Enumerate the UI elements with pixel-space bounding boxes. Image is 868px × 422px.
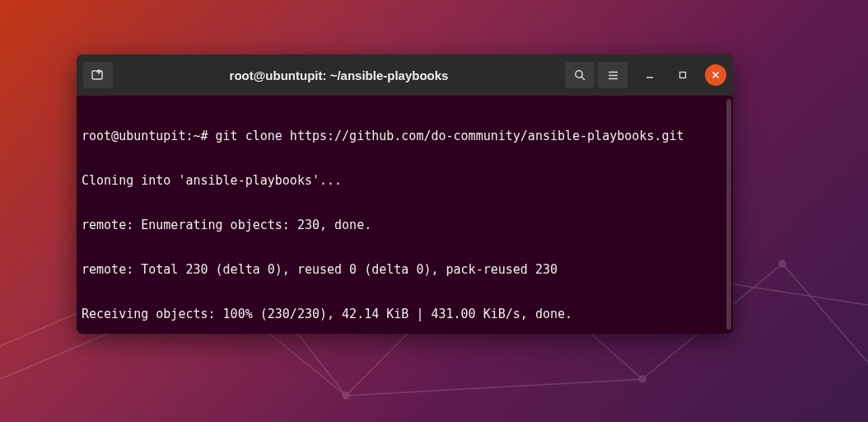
svg-point-14	[639, 376, 646, 382]
scrollbar[interactable]	[726, 99, 731, 330]
hamburger-icon	[607, 69, 619, 82]
svg-point-15	[779, 260, 786, 267]
svg-line-9	[346, 379, 642, 396]
terminal-line: Cloning into 'ansible-playbooks'...	[82, 173, 728, 188]
terminal-line: Receiving objects: 100% (230/230), 42.14…	[82, 307, 728, 321]
search-icon	[574, 69, 586, 82]
svg-line-20	[581, 77, 585, 80]
terminal-line: remote: Total 230 (delta 0), reused 0 (d…	[82, 262, 728, 277]
menu-button[interactable]	[598, 62, 628, 88]
new-tab-icon	[91, 68, 105, 82]
close-icon	[712, 71, 720, 79]
close-button[interactable]	[705, 64, 726, 86]
maximize-icon	[679, 71, 687, 79]
terminal-window: root@ubuntupit: ~/ansible-playbooks	[77, 54, 733, 334]
maximize-button[interactable]	[672, 64, 693, 86]
terminal-line: root@ubuntupit:~# git clone https://gith…	[82, 129, 728, 143]
terminal-body[interactable]: root@ubuntupit:~# git clone https://gith…	[77, 96, 733, 334]
minimize-icon	[646, 71, 654, 79]
new-tab-button[interactable]	[83, 62, 113, 88]
window-title: root@ubuntupit: ~/ansible-playbooks	[116, 68, 562, 82]
svg-point-12	[343, 392, 349, 399]
minimize-button[interactable]	[639, 64, 660, 86]
svg-point-19	[575, 70, 581, 77]
titlebar: root@ubuntupit: ~/ansible-playbooks	[77, 54, 733, 96]
svg-line-7	[782, 264, 868, 363]
search-button[interactable]	[565, 62, 595, 88]
svg-rect-25	[680, 73, 686, 78]
terminal-line: remote: Enumerating objects: 230, done.	[82, 218, 728, 232]
